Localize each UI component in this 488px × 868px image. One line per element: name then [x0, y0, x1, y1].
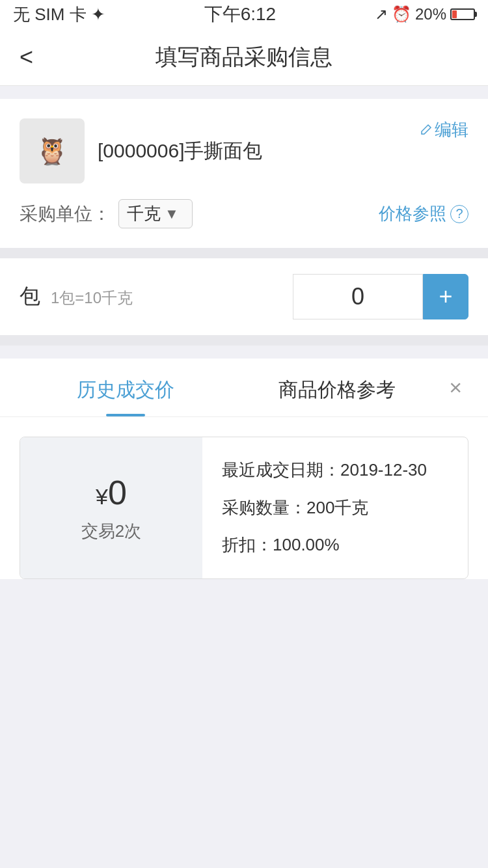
purchase-quantity-value: 200千克 — [306, 498, 368, 517]
quantity-input[interactable] — [293, 274, 423, 319]
discount-value: 100.00% — [273, 535, 340, 554]
tab-section: 历史成交价 商品价格参考 × ¥0 交易2次 最近成交日期：2019-12-30… — [0, 359, 488, 579]
unit-row: 采购单位： 千克 ▼ — [20, 199, 193, 228]
tab-header: 历史成交价 商品价格参考 × — [0, 359, 488, 417]
quantity-conversion: 1包=10千克 — [51, 288, 133, 308]
unit-select[interactable]: 千克 ▼ — [118, 199, 193, 228]
history-price-details: 最近成交日期：2019-12-30 采购数量：200千克 折扣：100.00% — [202, 437, 468, 578]
history-price-card: ¥0 交易2次 最近成交日期：2019-12-30 采购数量：200千克 折扣：… — [20, 437, 468, 579]
quantity-input-group: + — [293, 274, 468, 319]
discount-row: 折扣：100.00% — [222, 532, 448, 559]
tab-product-price-ref[interactable]: 商品价格参考 — [231, 359, 442, 416]
sim-label: 无 SIM 卡 ✦ — [13, 3, 105, 26]
quantity-plus-button[interactable]: + — [423, 274, 468, 319]
location-icon: ↗ — [375, 5, 388, 23]
edit-button[interactable]: 编辑 — [419, 118, 468, 141]
bottom-whitespace — [0, 599, 488, 868]
tab-history-price[interactable]: 历史成交价 — [20, 359, 231, 416]
tab-close-button[interactable]: × — [442, 368, 468, 407]
unit-prefix-label: 采购单位： — [20, 202, 111, 226]
page-title: 填写商品采购信息 — [156, 42, 332, 72]
status-left: 无 SIM 卡 ✦ — [13, 3, 105, 26]
nav-bar: < 填写商品采购信息 — [0, 29, 488, 86]
discount-label: 折扣： — [222, 535, 273, 554]
recent-date-label: 最近成交日期： — [222, 460, 340, 480]
tab-history-price-label: 历史成交价 — [77, 379, 174, 400]
battery-icon — [450, 8, 475, 20]
purchase-quantity-row: 采购数量：200千克 — [222, 495, 448, 522]
product-name: [0000006]手撕面包 — [98, 138, 262, 165]
history-price-value: ¥0 — [96, 473, 127, 512]
currency-symbol: ¥ — [96, 484, 108, 509]
help-icon: ? — [450, 205, 468, 223]
product-header: 🦉 [0000006]手撕面包 编辑 — [20, 118, 468, 183]
status-time: 下午6:12 — [204, 2, 277, 27]
battery-percent: 20% — [415, 5, 446, 23]
quantity-row: 包 1包=10千克 + — [0, 258, 488, 335]
product-meta: 采购单位： 千克 ▼ 价格参照 ? — [20, 199, 468, 228]
price-ref-label: 价格参照 — [379, 202, 446, 225]
edit-label: 编辑 — [435, 118, 468, 141]
product-image-placeholder: 🦉 — [36, 136, 68, 167]
back-button[interactable]: < — [20, 37, 46, 77]
section-divider — [0, 248, 488, 258]
alarm-icon: ⏰ — [392, 5, 411, 23]
dropdown-arrow-icon: ▼ — [165, 206, 179, 223]
purchase-quantity-label: 采购数量： — [222, 498, 306, 517]
history-price-summary: ¥0 交易2次 — [20, 437, 202, 578]
price-number: 0 — [108, 474, 127, 511]
recent-date-row: 最近成交日期：2019-12-30 — [222, 457, 448, 484]
quantity-label-group: 包 1包=10千克 — [20, 282, 133, 311]
price-reference-button[interactable]: 价格参照 ? — [379, 202, 468, 225]
status-bar: 无 SIM 卡 ✦ 下午6:12 ↗ ⏰ 20% — [0, 0, 488, 29]
product-thumbnail: 🦉 — [20, 118, 85, 183]
section-divider-2 — [0, 335, 488, 346]
tab-product-price-ref-label: 商品价格参考 — [278, 379, 396, 400]
status-right: ↗ ⏰ 20% — [375, 5, 475, 23]
history-trade-count: 交易2次 — [81, 520, 141, 543]
edit-icon — [419, 124, 432, 137]
product-card: 🦉 [0000006]手撕面包 编辑 采购单位： 千克 ▼ 价格参照 ? — [0, 99, 488, 248]
unit-value: 千克 — [127, 202, 161, 225]
product-info-row: 🦉 [0000006]手撕面包 — [20, 118, 262, 183]
quantity-unit-label: 包 — [20, 282, 40, 311]
recent-date-value: 2019-12-30 — [340, 460, 427, 480]
